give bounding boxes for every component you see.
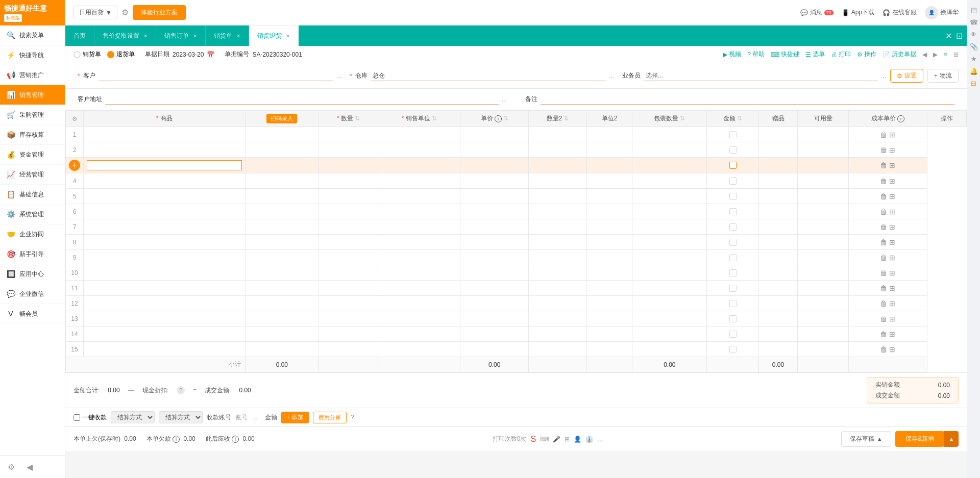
calendar-icon[interactable]: 📅: [207, 51, 214, 58]
one-click-pay-checkbox[interactable]: 一键收款: [74, 413, 107, 422]
product-cell[interactable]: [84, 265, 246, 281]
unit2-cell[interactable]: [529, 219, 587, 235]
amount-cell[interactable]: [632, 296, 707, 311]
action-select[interactable]: ☰ 选单: [805, 50, 825, 59]
discount-info-icon[interactable]: ?: [177, 386, 185, 394]
column-settings-icon[interactable]: ⚙: [72, 115, 78, 122]
gift-cell[interactable]: [707, 281, 758, 296]
copy-row-btn[interactable]: ⊞: [889, 161, 895, 169]
tab-sales-return[interactable]: 销货退货 ✕: [249, 26, 299, 46]
available-cell[interactable]: [758, 250, 798, 265]
quantity2-cell[interactable]: [460, 265, 529, 281]
unit-price-cell[interactable]: [378, 235, 460, 250]
rp-btn-4[interactable]: 📎: [968, 41, 979, 52]
sales-unit-cell[interactable]: [319, 296, 378, 311]
pack-qty-cell[interactable]: [586, 235, 632, 250]
rp-btn-3[interactable]: 👁: [968, 29, 979, 40]
unit-price-cell[interactable]: [378, 265, 460, 281]
delete-row-btn[interactable]: 🗑: [880, 161, 887, 169]
quantity-cell[interactable]: [245, 127, 318, 142]
available-cell[interactable]: [758, 311, 798, 326]
quantity2-cell[interactable]: [460, 127, 529, 142]
sidebar-item-guide[interactable]: 🎯 新手引导: [0, 244, 65, 264]
message-btn[interactable]: 💬 消息 70: [800, 8, 834, 17]
unit2-cell[interactable]: [529, 142, 587, 158]
available-cell[interactable]: [758, 219, 798, 235]
amount-cell[interactable]: [632, 326, 707, 342]
view-list-btn[interactable]: ≡: [944, 51, 947, 58]
available-cell[interactable]: [758, 296, 798, 311]
gift-cell[interactable]: [707, 142, 758, 158]
unit2-cell[interactable]: [529, 296, 587, 311]
quantity-cell[interactable]: [245, 250, 318, 265]
gift-cell[interactable]: [707, 326, 758, 342]
unit2-cell[interactable]: [529, 235, 587, 250]
cost-price-cell[interactable]: [798, 127, 848, 142]
unit2-cell[interactable]: [529, 311, 587, 326]
product-cell[interactable]: [84, 311, 246, 326]
pack-qty-cell[interactable]: [586, 219, 632, 235]
copy-row-btn[interactable]: ⊞: [889, 223, 895, 231]
pack-qty-cell[interactable]: [586, 326, 632, 342]
product-cell[interactable]: [84, 173, 246, 189]
unit-price-cell[interactable]: [378, 296, 460, 311]
cost-price-cell[interactable]: [798, 296, 848, 311]
unit-price-cell[interactable]: [378, 189, 460, 204]
product-cell[interactable]: [84, 189, 246, 204]
available-cell[interactable]: [758, 281, 798, 296]
available-cell[interactable]: [758, 326, 798, 342]
available-cell[interactable]: [758, 265, 798, 281]
tab-sales[interactable]: 销货单 ✕: [206, 26, 249, 46]
copy-row-btn[interactable]: ⊞: [889, 208, 895, 216]
quantity-cell[interactable]: [245, 173, 318, 189]
unit2-cell[interactable]: [529, 173, 587, 189]
tab-close-icon[interactable]: ✕: [143, 33, 148, 39]
sidebar-item-operations[interactable]: 📈 经营管理: [0, 165, 65, 185]
gift-cell[interactable]: [707, 311, 758, 326]
cost-price-cell[interactable]: [798, 326, 848, 342]
copy-row-btn[interactable]: ⊞: [889, 131, 895, 139]
cost-price-cell[interactable]: [798, 265, 848, 281]
cost-price-cell[interactable]: [798, 311, 848, 326]
sales-unit-cell[interactable]: [319, 326, 378, 342]
amount-cell[interactable]: [632, 311, 707, 326]
pack-qty-cell[interactable]: [586, 265, 632, 281]
quantity-cell[interactable]: [245, 219, 318, 235]
grid-icon[interactable]: ⊞: [565, 436, 570, 443]
tab-close-icon[interactable]: ✕: [193, 33, 197, 39]
unit-price-cell[interactable]: [378, 219, 460, 235]
quantity-cell[interactable]: [245, 311, 318, 326]
gift-cell[interactable]: [707, 296, 758, 311]
salesperson-select-btn[interactable]: ...: [881, 72, 886, 80]
sales-unit-cell[interactable]: [319, 189, 378, 204]
quantity-cell[interactable]: [245, 189, 318, 204]
cost-price-cell[interactable]: [798, 158, 848, 173]
logistics-btn[interactable]: + 物流: [927, 69, 959, 83]
keyboard-icon[interactable]: ⌨: [540, 436, 549, 443]
gift-cell[interactable]: [707, 204, 758, 219]
payment-help-icon[interactable]: ?: [351, 414, 354, 421]
copy-row-btn[interactable]: ⊞: [889, 299, 895, 308]
quantity2-cell[interactable]: [460, 296, 529, 311]
unit2-cell[interactable]: [529, 265, 587, 281]
save-new-btn[interactable]: 保存&新增: [895, 431, 944, 447]
gift-cell[interactable]: [707, 235, 758, 250]
delete-row-btn[interactable]: 🗑: [880, 315, 887, 323]
available-cell[interactable]: [758, 173, 798, 189]
settings-bottom-btn[interactable]: ⚙: [4, 460, 18, 474]
delete-row-btn[interactable]: 🗑: [880, 146, 887, 154]
salesperson-input[interactable]: [644, 70, 878, 81]
cost-price-cell[interactable]: [798, 189, 848, 204]
warehouse-select-btn[interactable]: ...: [609, 72, 614, 80]
unit2-cell[interactable]: [529, 189, 587, 204]
quantity-cell[interactable]: [245, 281, 318, 296]
quantity2-cell[interactable]: [460, 142, 529, 158]
history-prev-btn[interactable]: ◀: [922, 51, 927, 58]
sales-unit-cell[interactable]: [319, 235, 378, 250]
action-operate[interactable]: ⚙ 操作: [857, 50, 876, 59]
cta-button[interactable]: 体验行业方案: [133, 5, 186, 20]
cost-price-cell[interactable]: [798, 250, 848, 265]
action-history[interactable]: 📄 历史单据: [883, 50, 916, 59]
product-input[interactable]: [87, 160, 242, 170]
tab-home[interactable]: 首页: [65, 26, 94, 46]
